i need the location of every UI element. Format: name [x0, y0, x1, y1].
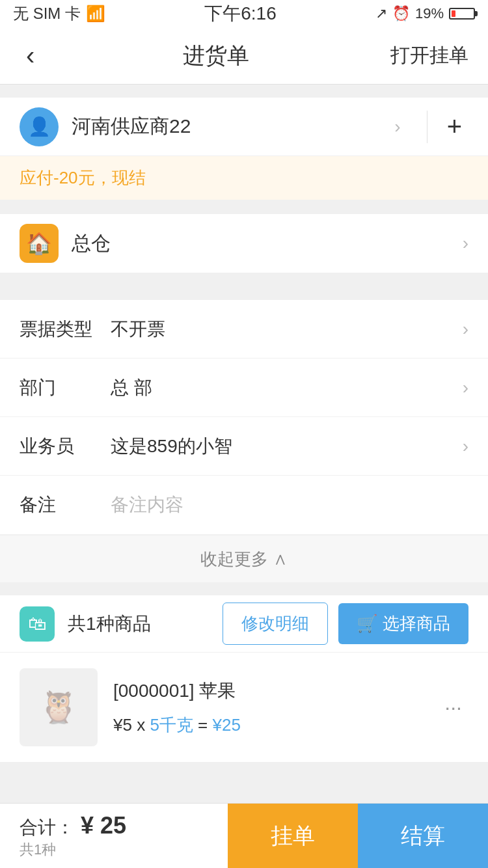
unit-price: ¥5 [113, 715, 132, 735]
collapse-bar[interactable]: 收起更多 ∧ [0, 536, 488, 582]
supplier-avatar: 👤 [20, 107, 59, 146]
bottom-bar: 合计： ¥ 25 共1种 挂单 结算 [0, 803, 488, 868]
product-section: 🛍 共1种商品 修改明细 🛒 选择商品 🦉 [0000001] 苹果 ¥5 x … [0, 595, 488, 763]
notice-bar: 应付-20元，现结 [0, 156, 488, 200]
avatar-icon: 👤 [28, 116, 51, 137]
select-product-label: 选择商品 [383, 612, 450, 635]
divider-3 [0, 274, 488, 287]
department-label: 部门 [20, 375, 111, 400]
remark-input[interactable]: 备注内容 [111, 493, 468, 517]
status-left: 无 SIM 卡 📶 [13, 3, 105, 24]
price-x: x [137, 715, 150, 735]
total-line: 合计： ¥ 25 [20, 812, 208, 840]
invoice-label: 票据类型 [20, 317, 111, 342]
hang-order-button[interactable]: 挂单 [228, 804, 358, 868]
owl-icon: 🦉 [39, 689, 78, 726]
department-row[interactable]: 部门 总 部 › [0, 359, 488, 417]
product-more-button[interactable]: ··· [438, 689, 468, 726]
location-icon: ↗ [375, 5, 387, 22]
total-sub: 共1种 [20, 840, 208, 860]
salesperson-value: 这是859的小智 [111, 434, 463, 459]
total-label: 合计： [20, 815, 74, 840]
battery-icon [449, 8, 475, 20]
product-name: [0000001] 苹果 [113, 679, 438, 703]
time-label: 下午6:16 [204, 1, 277, 26]
warehouse-chevron-icon: › [463, 233, 468, 254]
invoice-chevron-icon: › [463, 319, 468, 340]
collapse-label: 收起更多 ∧ [200, 548, 287, 571]
add-supplier-button[interactable]: + [441, 112, 468, 141]
form-section: 票据类型 不开票 › 部门 总 部 › 业务员 这是859的小智 › 备注 备注… [0, 300, 488, 534]
supplier-section: 👤 河南供应商22 › + 应付-20元，现结 [0, 98, 488, 200]
page-title: 进货单 [183, 41, 249, 71]
product-info: [0000001] 苹果 ¥5 x 5千克 = ¥25 [113, 679, 438, 737]
warehouse-row[interactable]: 🏠 总仓 › [0, 214, 488, 273]
total-amount: ¥ 25 [81, 812, 126, 839]
salesperson-label: 业务员 [20, 434, 111, 459]
department-value: 总 部 [111, 375, 463, 400]
supplier-chevron-icon: › [394, 116, 400, 137]
salesperson-row[interactable]: 业务员 这是859的小智 › [0, 417, 488, 476]
product-title: 苹果 [199, 681, 236, 701]
product-header: 🛍 共1种商品 修改明细 🛒 选择商品 [0, 595, 488, 653]
supplier-name: 河南供应商22 [72, 113, 394, 140]
select-product-icon: 🛒 [357, 614, 377, 634]
edit-detail-button[interactable]: 修改明细 [223, 603, 328, 645]
remark-label: 备注 [20, 493, 111, 517]
warehouse-section: 🏠 总仓 › [0, 214, 488, 273]
invoice-value: 不开票 [111, 317, 463, 342]
supplier-divider [427, 111, 427, 143]
alarm-icon: ⏰ [392, 5, 410, 22]
total-area: 合计： ¥ 25 共1种 [0, 804, 228, 868]
status-bar: 无 SIM 卡 📶 下午6:16 ↗ ⏰ 19% [0, 0, 488, 27]
salesperson-chevron-icon: › [463, 436, 468, 457]
remark-row[interactable]: 备注 备注内容 [0, 476, 488, 534]
department-chevron-icon: › [463, 377, 468, 398]
product-thumbnail: 🦉 [20, 668, 98, 746]
product-cart-icon: 🛍 [20, 606, 55, 642]
product-count-label: 共1种商品 [68, 612, 223, 636]
status-right: ↗ ⏰ 19% [375, 5, 475, 22]
total-price: ¥25 [213, 715, 241, 735]
wifi-icon: 📶 [86, 5, 105, 23]
product-code: [0000001] [113, 681, 195, 701]
warehouse-icon: 🏠 [20, 224, 59, 263]
house-icon: 🏠 [26, 231, 52, 256]
invoice-row[interactable]: 票据类型 不开票 › [0, 300, 488, 359]
divider-1 [0, 85, 488, 98]
open-hang-button[interactable]: 打开挂单 [390, 42, 468, 69]
supplier-row[interactable]: 👤 河南供应商22 › + [0, 98, 488, 156]
checkout-button[interactable]: 结算 [358, 804, 488, 868]
notice-text: 应付-20元，现结 [20, 168, 146, 187]
select-product-button[interactable]: 🛒 选择商品 [338, 603, 468, 644]
warehouse-name: 总仓 [72, 230, 463, 257]
back-button[interactable]: ‹ [20, 34, 41, 77]
product-item: 🦉 [0000001] 苹果 ¥5 x 5千克 = ¥25 ··· [0, 653, 488, 763]
product-price: ¥5 x 5千克 = ¥25 [113, 714, 438, 737]
quantity: 5千克 [150, 715, 193, 735]
battery-percent: 19% [415, 5, 444, 22]
equals-sign: = [198, 715, 212, 735]
nav-bar: ‹ 进货单 打开挂单 [0, 27, 488, 85]
cart-icon: 🛍 [28, 613, 46, 634]
divider-2 [0, 201, 488, 214]
carrier-label: 无 SIM 卡 [13, 3, 81, 24]
